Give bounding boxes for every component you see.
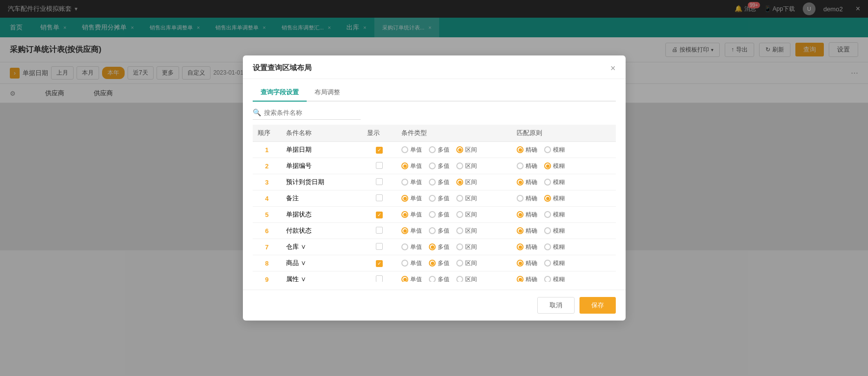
- radio-rule-fuzzy-7[interactable]: 模糊: [544, 243, 565, 251]
- tab-layout-adjust[interactable]: 布局调整: [307, 84, 348, 102]
- search-input[interactable]: [264, 109, 352, 116]
- radio-type-multi-7[interactable]: 多值: [429, 243, 449, 251]
- radio-type-range-3[interactable]: 区间: [456, 178, 477, 187]
- dialog-header: 设置查询区域布局 ×: [243, 55, 626, 79]
- radio-rule-fuzzy-3[interactable]: 模糊: [544, 178, 565, 187]
- radio-circle-rule-fuzzy-7: [544, 243, 551, 250]
- radio-type-range-2[interactable]: 区间: [456, 162, 477, 170]
- radio-circle-multi-7: [429, 243, 436, 250]
- radio-circle-rule-fuzzy-6: [544, 227, 551, 234]
- radio-rule-precise-4[interactable]: 精确: [517, 194, 537, 203]
- radio-circle-rule-fuzzy-5: [544, 211, 551, 218]
- checkbox-display-7[interactable]: [376, 243, 383, 250]
- row-order-2: 2: [265, 162, 268, 170]
- table-row: 3预计到货日期单值多值区间精确模糊: [253, 174, 616, 190]
- search-box: 🔍: [253, 108, 361, 120]
- condition-name-3: 预计到货日期: [286, 178, 324, 186]
- radio-type-single-2[interactable]: 单值: [401, 162, 422, 170]
- checkbox-display-2[interactable]: [376, 162, 383, 169]
- conditions-table-container[interactable]: 顺序 条件名称 显示 条件类型 匹配原则 1单据日期单值多值区间精确模糊2单据编…: [253, 125, 616, 250]
- radio-type-range-4[interactable]: 区间: [456, 194, 477, 203]
- table-row: 4备注单值多值区间精确模糊: [253, 190, 616, 207]
- radio-type-single-6[interactable]: 单值: [401, 227, 422, 235]
- dialog-tabs: 查询字段设置 布局调整: [253, 84, 616, 102]
- th-type: 条件类型: [396, 125, 512, 142]
- radio-rule-precise-3[interactable]: 精确: [517, 178, 537, 187]
- radio-rule-fuzzy-6[interactable]: 模糊: [544, 227, 565, 235]
- radio-circle-range-5: [456, 211, 463, 218]
- table-row: 6付款状态单值多值区间精确模糊: [253, 223, 616, 239]
- checkbox-display-6[interactable]: [376, 227, 383, 234]
- radio-type-range-5[interactable]: 区间: [456, 211, 477, 219]
- radio-circle-rule-fuzzy-4: [544, 195, 551, 202]
- radio-circle-range-1: [456, 146, 463, 153]
- radio-circle-rule-fuzzy-2: [544, 162, 551, 169]
- radio-circle-rule-precise-4: [517, 195, 524, 202]
- condition-name-6: 付款状态: [286, 227, 312, 234]
- row-order-4: 4: [265, 195, 268, 202]
- radio-type-range-6[interactable]: 区间: [456, 227, 477, 235]
- row-order-6: 6: [265, 227, 268, 235]
- radio-circle-range-6: [456, 227, 463, 234]
- radio-rule-precise-7[interactable]: 精确: [517, 243, 537, 251]
- condition-name-4: 备注: [286, 194, 299, 202]
- radio-type-multi-4[interactable]: 多值: [429, 194, 449, 203]
- radio-rule-fuzzy-2[interactable]: 模糊: [544, 162, 565, 170]
- radio-type-multi-2[interactable]: 多值: [429, 162, 449, 170]
- radio-type-range-1[interactable]: 区间: [456, 146, 477, 154]
- radio-circle-multi-3: [429, 179, 436, 186]
- radio-type-multi-6[interactable]: 多值: [429, 227, 449, 235]
- radio-type-multi-3[interactable]: 多值: [429, 178, 449, 187]
- dialog-close-button[interactable]: ×: [610, 64, 616, 73]
- radio-circle-multi-6: [429, 227, 436, 234]
- radio-type-single-7[interactable]: 单值: [401, 243, 422, 251]
- checkbox-display-3[interactable]: [376, 178, 383, 185]
- radio-rule-precise-6[interactable]: 精确: [517, 227, 537, 235]
- radio-type-multi-5[interactable]: 多值: [429, 211, 449, 219]
- radio-type-single-4[interactable]: 单值: [401, 194, 422, 203]
- th-name: 条件名称: [281, 125, 362, 142]
- radio-rule-fuzzy-5[interactable]: 模糊: [544, 211, 565, 219]
- radio-circle-single-4: [401, 195, 408, 202]
- row-order-1: 1: [265, 146, 268, 154]
- conditions-table: 顺序 条件名称 显示 条件类型 匹配原则 1单据日期单值多值区间精确模糊2单据编…: [253, 125, 616, 250]
- radio-circle-single-7: [401, 243, 408, 250]
- table-row: 5单据状态单值多值区间精确模糊: [253, 207, 616, 223]
- radio-circle-rule-fuzzy-1: [544, 146, 551, 153]
- radio-circle-rule-precise-5: [517, 211, 524, 218]
- radio-circle-rule-precise-6: [517, 227, 524, 234]
- radio-circle-range-7: [456, 243, 463, 250]
- radio-circle-rule-precise-2: [517, 162, 524, 169]
- radio-circle-rule-precise-3: [517, 179, 524, 186]
- radio-type-range-7[interactable]: 区间: [456, 243, 477, 251]
- radio-rule-precise-2[interactable]: 精确: [517, 162, 537, 170]
- radio-type-single-5[interactable]: 单值: [401, 211, 422, 219]
- radio-type-multi-1[interactable]: 多值: [429, 146, 449, 154]
- checkbox-display-5[interactable]: [376, 212, 383, 218]
- radio-circle-multi-1: [429, 146, 436, 153]
- condition-name-2: 单据编号: [286, 162, 312, 169]
- table-head-row: 顺序 条件名称 显示 条件类型 匹配原则: [253, 125, 616, 142]
- radio-type-single-3[interactable]: 单值: [401, 178, 422, 187]
- tab-query-fields[interactable]: 查询字段设置: [253, 84, 307, 102]
- radio-circle-single-3: [401, 179, 408, 186]
- radio-circle-range-4: [456, 195, 463, 202]
- checkbox-display-4[interactable]: [376, 194, 383, 201]
- search-icon: 🔍: [253, 108, 261, 116]
- radio-rule-fuzzy-1[interactable]: 模糊: [544, 146, 565, 154]
- checkbox-display-1[interactable]: [376, 147, 383, 154]
- radio-rule-precise-1[interactable]: 精确: [517, 146, 537, 154]
- dialog-body: 查询字段设置 布局调整 🔍 顺序 条件名称 显示 条件类型: [243, 79, 626, 250]
- radio-circle-multi-2: [429, 162, 436, 169]
- radio-circle-range-3: [456, 179, 463, 186]
- row-order-7: 7: [265, 243, 268, 251]
- radio-circle-range-2: [456, 162, 463, 169]
- radio-circle-rule-precise-1: [517, 146, 524, 153]
- dialog-title: 设置查询区域布局: [253, 63, 312, 73]
- radio-rule-precise-5[interactable]: 精确: [517, 211, 537, 219]
- radio-circle-multi-4: [429, 195, 436, 202]
- condition-name-1: 单据日期: [286, 146, 312, 153]
- radio-circle-single-6: [401, 227, 408, 234]
- radio-rule-fuzzy-4[interactable]: 模糊: [544, 194, 565, 203]
- radio-type-single-1[interactable]: 单值: [401, 146, 422, 154]
